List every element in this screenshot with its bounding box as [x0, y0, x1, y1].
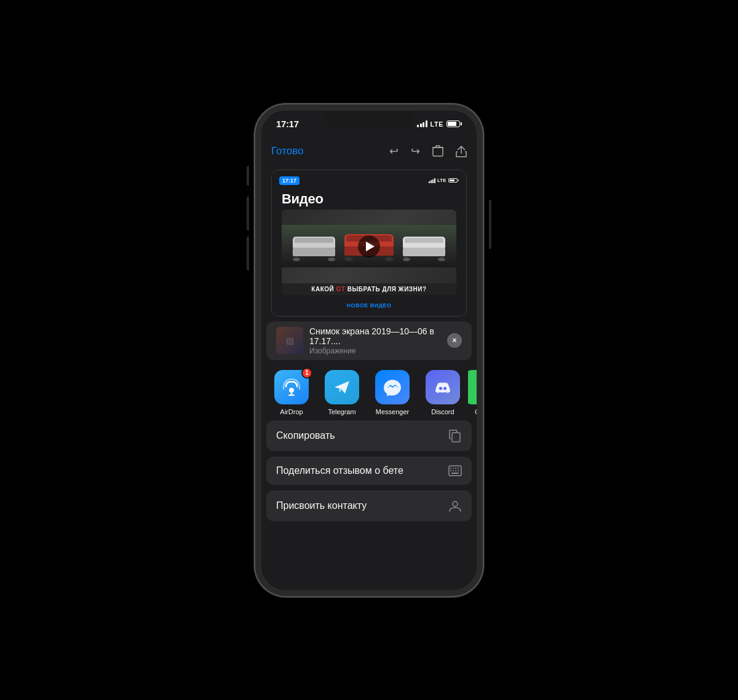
copy-label: Скопировать	[276, 430, 335, 441]
content-area: 17:17 LTE	[261, 165, 477, 590]
share-icon[interactable]	[456, 145, 467, 157]
share-filename: Снимок экрана 2019—10—06 в 17.17....	[309, 326, 447, 346]
airdrop-label: AirDrop	[280, 408, 303, 415]
share-filetype: Изображение	[309, 347, 447, 355]
toolbar: Готово ↩ ↪	[261, 138, 477, 165]
green-app-icon	[468, 370, 477, 404]
airdrop-badge: 1	[301, 368, 312, 379]
share-item: ▤ Снимок экрана 2019—10—06 в 17.17.... И…	[266, 321, 472, 360]
new-video-label: НОВОЕ ВИДЕО	[277, 300, 461, 311]
share-info: Снимок экрана 2019—10—06 в 17.17.... Изо…	[309, 326, 447, 355]
phone-frame: 17:17 LTE Готово	[255, 104, 483, 596]
preview-status-right: LTE	[429, 178, 459, 183]
discord-icon	[426, 370, 460, 404]
phone-device: 17:17 LTE Готово	[255, 104, 483, 596]
messenger-label: Messenger	[376, 408, 409, 415]
phone-screen: 17:17 LTE Готово	[261, 111, 477, 590]
telegram-icon-wrapper	[325, 370, 359, 404]
lte-label: LTE	[430, 120, 443, 128]
preview-inner: 17:17 LTE	[272, 170, 466, 316]
assign-contact-label: Присвоить контакту	[276, 500, 367, 511]
signal-bars-icon	[417, 120, 427, 127]
discord-symbol-icon	[432, 377, 453, 398]
gt-text: GT	[336, 286, 346, 293]
svg-point-10	[443, 387, 446, 390]
telegram-symbol-icon	[331, 377, 352, 398]
messenger-icon-wrapper	[375, 370, 410, 404]
power-button[interactable]	[489, 200, 491, 249]
preview-signal-icon	[429, 178, 435, 183]
share-beta-label: Поделиться отзывом о бете	[276, 465, 403, 476]
airdrop-icon-wrapper: 1	[274, 370, 309, 404]
undo-icon[interactable]: ↩	[389, 144, 399, 158]
app-item-green[interactable]: Coo	[468, 370, 477, 415]
svg-point-9	[439, 387, 442, 390]
person-icon	[448, 499, 462, 513]
discord-label: Discord	[431, 408, 454, 415]
messenger-icon	[375, 370, 410, 404]
copy-action[interactable]: Скопировать	[266, 420, 472, 451]
volume-up-button[interactable]	[247, 197, 249, 230]
video-text: КАКОЙ GT ВЫБРАТЬ ДЛЯ ЖИЗНИ?	[311, 286, 426, 293]
preview-title: Видео	[277, 189, 461, 210]
status-time: 17:17	[276, 119, 299, 129]
telegram-icon	[325, 370, 359, 404]
share-thumbnail: ▤	[276, 327, 303, 354]
svg-rect-11	[452, 433, 460, 442]
keyboard-icon	[448, 465, 462, 476]
share-apps-row: 1 AirDrop	[261, 363, 477, 420]
battery-icon	[446, 120, 462, 127]
copy-icon	[448, 429, 462, 442]
share-beta-action[interactable]: Поделиться отзывом о бете	[266, 457, 472, 485]
action-list: Скопировать Поделиться отзывом о бете	[261, 420, 477, 526]
app-item-messenger[interactable]: Messenger	[367, 370, 418, 415]
preview-lte: LTE	[437, 178, 446, 183]
preview-status-bar: 17:17 LTE	[277, 175, 461, 186]
trash-icon[interactable]	[432, 145, 443, 157]
video-image	[282, 210, 456, 283]
notch	[325, 111, 414, 128]
green-app-label: Coo	[475, 408, 477, 415]
messenger-symbol-icon	[382, 377, 403, 398]
mute-button[interactable]	[247, 166, 249, 186]
telegram-label: Telegram	[328, 408, 355, 415]
assign-contact-action[interactable]: Присвоить контакту	[266, 490, 472, 521]
done-button[interactable]: Готово	[271, 145, 304, 157]
toolbar-icons: ↩ ↪	[389, 144, 467, 158]
volume-down-button[interactable]	[247, 237, 249, 270]
airdrop-symbol-icon	[281, 377, 302, 398]
share-close-button[interactable]: ×	[447, 333, 462, 348]
discord-icon-wrapper	[426, 370, 460, 404]
status-icons: LTE	[417, 120, 462, 128]
app-item-telegram[interactable]: Telegram	[317, 370, 367, 415]
share-thumb-image: ▤	[276, 327, 303, 354]
svg-rect-0	[433, 147, 443, 156]
redo-icon[interactable]: ↪	[411, 144, 420, 158]
screenshot-preview: 17:17 LTE	[271, 170, 467, 317]
video-thumbnail[interactable]: КАКОЙ GT ВЫБРАТЬ ДЛЯ ЖИЗНИ?	[282, 210, 456, 295]
app-item-airdrop[interactable]: 1 AirDrop	[266, 370, 317, 415]
preview-time-badge: 17:17	[279, 176, 300, 185]
play-button[interactable]	[282, 210, 456, 283]
green-app-icon-wrapper	[468, 370, 477, 404]
app-item-discord[interactable]: Discord	[418, 370, 468, 415]
svg-point-22	[453, 501, 458, 506]
video-caption: КАКОЙ GT ВЫБРАТЬ ДЛЯ ЖИЗНИ?	[282, 283, 456, 295]
preview-battery-icon	[448, 178, 459, 183]
